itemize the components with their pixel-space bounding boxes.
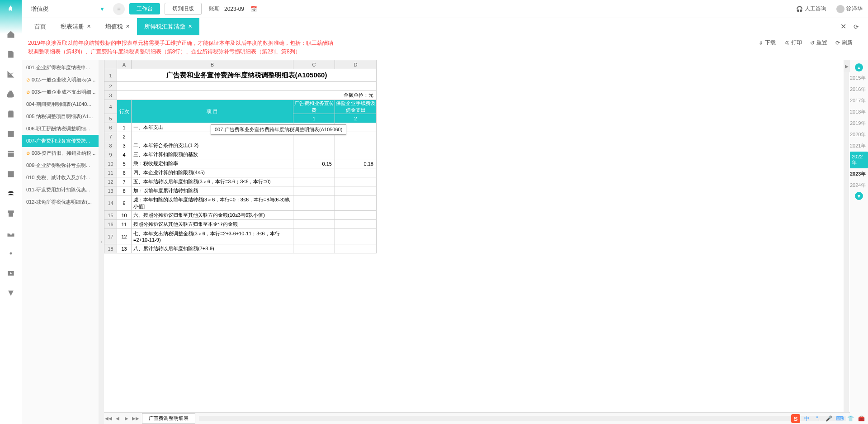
form-list-item[interactable]: 005-纳税调整项目明细表(A1... bbox=[22, 110, 99, 123]
refresh-button[interactable]: ⟳刷新 bbox=[835, 39, 853, 47]
sheet-tab-active[interactable]: 广宣费调整明细表 bbox=[142, 413, 195, 424]
switch-old-button[interactable]: 切到旧版 bbox=[165, 3, 202, 15]
sheet-nav-first-icon[interactable]: ◀◀ bbox=[104, 414, 113, 423]
ime-keyboard-icon[interactable]: ⌨ bbox=[835, 414, 844, 423]
row-number[interactable]: 1 bbox=[117, 123, 132, 132]
cell-value[interactable]: 0.18 bbox=[335, 159, 377, 168]
row-label[interactable]: 八、累计结转以后年度扣除额(7+8-9) bbox=[132, 244, 293, 253]
form-list-item[interactable]: 011-研发费用加计扣除优惠... bbox=[22, 184, 99, 196]
print-button[interactable]: 🖨打印 bbox=[784, 39, 802, 47]
cell-value[interactable] bbox=[293, 244, 335, 253]
row-number[interactable]: 3 bbox=[117, 141, 132, 150]
tab-close-icon[interactable]: ✕ bbox=[87, 24, 91, 29]
list-toggle-button[interactable]: ≡ bbox=[113, 3, 125, 15]
row-number[interactable]: 13 bbox=[117, 244, 132, 253]
cell-value[interactable] bbox=[335, 150, 377, 159]
row-label[interactable]: 三、本年计算扣除限额的基数 bbox=[132, 150, 293, 159]
sheet-nav-prev-icon[interactable]: ◀ bbox=[113, 414, 122, 423]
cell-value[interactable] bbox=[293, 186, 335, 195]
form-list-item[interactable]: ⊘002-一般企业收入明细表(A... bbox=[22, 74, 99, 86]
year-item[interactable]: 2019年 bbox=[850, 118, 868, 129]
ime-skin-icon[interactable]: 👕 bbox=[846, 414, 854, 423]
consult-button[interactable]: 🎧 人工咨询 bbox=[796, 5, 826, 13]
tab-close-icon[interactable]: ✕ bbox=[188, 24, 192, 29]
form-list-item[interactable]: 001-企业所得税年度纳税申... bbox=[22, 62, 99, 74]
spreadsheet-table[interactable]: ABCD1广告费和业务宣传费跨年度纳税调整明细表(A105060)23金额单位：… bbox=[104, 60, 377, 253]
cell-value[interactable] bbox=[293, 177, 335, 186]
horizontal-scrollbar[interactable] bbox=[199, 416, 846, 421]
year-item[interactable]: 2020年 bbox=[850, 129, 868, 140]
year-item[interactable]: 2024年 bbox=[850, 180, 868, 191]
cell-value[interactable] bbox=[293, 195, 335, 211]
money-bag-icon[interactable] bbox=[6, 90, 15, 99]
ime-lang-icon[interactable]: 中 bbox=[803, 414, 811, 423]
row-label[interactable]: 七、本年支出纳税调整金额(3＞6，本行=2+3-6+10-11；3≤6，本行=2… bbox=[132, 229, 293, 244]
cell-value[interactable] bbox=[335, 186, 377, 195]
row-label[interactable]: 五、本年结转以后年度扣除额(3＞6，本行=3-6；3≤6，本行=0) bbox=[132, 177, 293, 186]
form-list-item[interactable]: 010-免税、减计收入及加计... bbox=[22, 172, 99, 184]
cell-value[interactable] bbox=[335, 220, 377, 229]
tax-icon[interactable] bbox=[6, 149, 15, 158]
scroll-up-icon[interactable]: ▲ bbox=[855, 63, 863, 71]
year-item[interactable]: 2015年 bbox=[850, 72, 868, 84]
cell-value[interactable] bbox=[335, 177, 377, 186]
row-label[interactable]: 加：以前年度累计结转扣除额 bbox=[132, 186, 293, 195]
archive-icon[interactable] bbox=[6, 209, 15, 218]
report-icon[interactable] bbox=[6, 129, 15, 138]
cell-value[interactable] bbox=[335, 141, 377, 150]
year-item[interactable]: 2018年 bbox=[850, 106, 868, 118]
cell-value[interactable]: 0.15 bbox=[293, 159, 335, 168]
inbox-icon[interactable] bbox=[6, 229, 15, 238]
document-icon[interactable] bbox=[6, 50, 15, 59]
cell-value[interactable] bbox=[335, 229, 377, 244]
form-list-item[interactable]: ⊘003-一般企业成本支出明细... bbox=[22, 86, 99, 98]
chart-icon[interactable] bbox=[6, 70, 15, 79]
col-header[interactable]: B bbox=[132, 60, 293, 69]
form-list-item[interactable]: 007-广告费和业务宣传费跨... bbox=[22, 135, 99, 147]
collapse-panel-handle[interactable]: ‹ bbox=[99, 60, 104, 424]
cell-value[interactable] bbox=[293, 141, 335, 150]
row-label[interactable]: 按照分摊协议从其他关联方归集至本企业的金额 bbox=[132, 220, 293, 229]
ime-badge-icon[interactable]: S bbox=[791, 414, 800, 423]
close-all-tabs-icon[interactable]: ✕ bbox=[837, 22, 850, 31]
sheet-nav-last-icon[interactable]: ▶▶ bbox=[131, 414, 140, 423]
workbench-button[interactable]: 工作台 bbox=[129, 3, 160, 14]
year-item[interactable]: 2016年 bbox=[850, 84, 868, 95]
vertical-scrollbar[interactable] bbox=[844, 60, 849, 412]
sheet-corner[interactable] bbox=[104, 60, 117, 69]
settings-icon[interactable] bbox=[6, 249, 15, 258]
row-number[interactable]: 7 bbox=[117, 177, 132, 186]
home-icon[interactable] bbox=[6, 30, 15, 39]
clipboard-icon[interactable] bbox=[6, 110, 15, 119]
video-icon[interactable] bbox=[6, 269, 15, 278]
form-list-item[interactable]: 006-职工薪酬纳税调整明细... bbox=[22, 123, 99, 135]
tab-2[interactable]: 增值税✕ bbox=[98, 18, 137, 35]
row-number[interactable]: 6 bbox=[117, 168, 132, 177]
row-number[interactable]: 5 bbox=[117, 159, 132, 168]
tab-0[interactable]: 首页 bbox=[27, 18, 53, 35]
cell-value[interactable] bbox=[335, 211, 377, 220]
download-button[interactable]: ⇩下载 bbox=[759, 39, 776, 47]
form-list-item[interactable]: 004-期间费用明细表(A1040... bbox=[22, 98, 99, 110]
sheet-nav-next-icon[interactable]: ▶ bbox=[122, 414, 131, 423]
tab-close-icon[interactable]: ✕ bbox=[126, 24, 130, 29]
year-item[interactable]: 2017年 bbox=[850, 95, 868, 106]
year-item[interactable]: 2021年 bbox=[850, 140, 868, 152]
year-item[interactable]: 2022年 bbox=[850, 152, 868, 168]
row-number[interactable]: 11 bbox=[117, 220, 132, 229]
v-icon[interactable] bbox=[6, 289, 15, 298]
row-number[interactable]: 10 bbox=[117, 211, 132, 220]
row-number[interactable]: 12 bbox=[117, 229, 132, 244]
user-menu[interactable]: 徐泽华 bbox=[836, 5, 863, 13]
module-dropdown[interactable]: 增值税 ▼ bbox=[27, 3, 108, 15]
expand-year-rail-handle[interactable]: ▶ bbox=[844, 60, 850, 72]
col-header[interactable]: A bbox=[117, 60, 132, 69]
cell-value[interactable] bbox=[335, 195, 377, 211]
col-header[interactable]: C bbox=[293, 60, 335, 69]
year-item[interactable]: 2023年 bbox=[850, 168, 868, 180]
ime-toolbox-icon[interactable]: 🧰 bbox=[857, 414, 865, 423]
row-label[interactable]: 减：本年扣除的以前年度结转额[3＞6，本行=0；3≤6，本行=8与(6-3)孰小… bbox=[132, 195, 293, 211]
ime-punct-icon[interactable]: °, bbox=[814, 414, 822, 423]
cell-value[interactable] bbox=[293, 211, 335, 220]
cell-value[interactable] bbox=[293, 220, 335, 229]
